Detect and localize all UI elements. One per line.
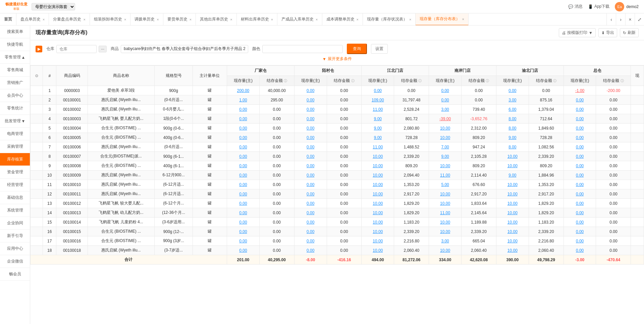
tab-fenpandian[interactable]: 分量盘点单历史 × [49,13,90,26]
sidebar-item-app-center[interactable]: 应用中心 [0,242,30,255]
cell-link[interactable]: 0.00 [239,201,247,206]
cell-link[interactable]: 7.00 [441,145,449,149]
cell-link[interactable]: 0.00 [576,107,584,112]
cell-link[interactable]: 10.00 [373,164,383,168]
sidebar-item-retail-mall[interactable]: 零售商城 [0,64,30,77]
print-btn[interactable]: 🖨 按模版打印 ▼ [559,28,596,37]
cell-link[interactable]: 0.00 [307,201,314,206]
close-icon[interactable]: × [462,17,464,21]
cell-link[interactable]: 10.00 [373,229,383,234]
cell-link[interactable]: 8.00 [508,145,516,149]
tab-home[interactable]: 首页 [0,13,16,26]
nav-next[interactable]: › [616,13,625,26]
sidebar-item-member[interactable]: 会员中心 [0,89,30,102]
cell-link[interactable]: 0.00 [307,229,314,234]
cell-link[interactable]: 11.00 [373,107,383,112]
close-icon[interactable]: × [230,17,232,21]
cell-link[interactable]: 9.00 [508,135,516,140]
cell-link[interactable]: 0.00 [307,88,314,93]
cell-link[interactable]: 0.00 [576,98,584,102]
cell-link[interactable]: 10.00 [507,239,518,243]
sidebar-item-nav[interactable]: 快捷导航 [0,38,30,51]
cell-link[interactable]: 0.00 [441,98,449,102]
cell-link[interactable]: 1.00 [239,98,247,102]
cell-link[interactable]: 10.00 [507,182,518,187]
sidebar-item-system[interactable]: 系统管理 [0,204,30,217]
tab-chancheng[interactable]: 产成品入库单历史 × [277,13,322,26]
cell-link[interactable]: 10.00 [507,248,518,253]
cell-link[interactable]: 3.00 [441,107,449,112]
cell-link[interactable]: 0.00 [576,239,584,243]
nav-close[interactable]: × [625,13,635,26]
sidebar-item-finance[interactable]: 资金管理 [0,166,30,179]
cell-link[interactable]: 10.00 [507,211,518,215]
cell-link[interactable]: 5.00 [441,182,449,187]
close-icon[interactable]: × [357,17,359,21]
cell-link[interactable]: 0.00 [239,154,247,159]
cell-link[interactable]: 0.00 [576,145,584,149]
cell-link[interactable]: 0.00 [307,154,314,159]
cell-link[interactable]: -39.00 [439,117,451,121]
cell-link[interactable]: 11.00 [440,211,450,215]
cell-link[interactable]: 10.00 [440,192,450,196]
tab-qitachuku[interactable]: 其他出库单历史 × [196,13,236,26]
cell-link[interactable]: 10.00 [507,220,518,225]
cell-link[interactable]: 109.00 [372,98,384,102]
sidebar-item-ecommerce[interactable]: 电商管理 [0,128,30,140]
sidebar-item-purchase[interactable]: 采购管理 [0,140,30,153]
cell-link[interactable]: 0.00 [239,145,247,149]
cell-link[interactable]: 10.00 [440,248,450,253]
cell-link[interactable]: 11.00 [440,173,450,178]
cell-link[interactable]: 0.00 [239,135,247,140]
cell-link[interactable]: 0.00 [307,145,314,149]
sidebar-item-retail-mgmt[interactable]: 零售管理 ▲ [0,51,30,64]
cell-link[interactable]: 0.00 [239,107,247,112]
sidebar-item-member2[interactable]: 畅会员 [0,268,30,281]
cell-link[interactable]: 11.00 [373,145,383,149]
cell-link[interactable]: 0.00 [441,88,449,93]
tab-yaohuo[interactable]: 要货单历史 × [163,13,196,26]
cell-link[interactable]: 0.00 [576,182,584,187]
cell-link[interactable]: 8.00 [508,117,516,121]
sidebar-item-search[interactable]: 搜索英单 [0,26,30,38]
cell-link[interactable]: 0.00 [307,98,314,102]
cell-link[interactable]: 10.00 [440,126,450,131]
cell-link[interactable]: 0.00 [576,192,584,196]
cell-link[interactable]: 10.00 [373,220,383,225]
cell-link[interactable]: 0.00 [239,117,247,121]
cell-link[interactable]: 6.00 [508,107,516,112]
tab-diaobo[interactable]: 调拨单历史 × [130,13,163,26]
cell-link[interactable]: 10.00 [373,173,383,178]
cell-link[interactable]: 10.00 [440,135,450,140]
cell-link[interactable]: 10.00 [440,164,450,168]
close-icon[interactable]: × [157,17,159,21]
tab-zuzhuan[interactable]: 组装拆卸单历史 × [90,13,130,26]
tab-pandian[interactable]: 盘点单历史 × [16,13,49,26]
cell-link[interactable]: 0.00 [239,248,247,253]
nav-prev[interactable]: ‹ [606,13,616,26]
cell-link[interactable]: 0.00 [239,220,247,225]
cell-link[interactable]: 10.00 [373,211,383,215]
cell-link[interactable]: 0.00 [576,164,584,168]
cell-link[interactable]: 10.00 [507,164,518,168]
expand-conditions[interactable]: ▼ 展开更多条件 [36,56,639,62]
close-icon[interactable]: × [190,17,192,21]
cell-link[interactable]: -1.00 [575,88,584,93]
cell-link[interactable]: 0.00 [576,135,584,140]
settings-btn[interactable]: 设置 [371,44,388,54]
cell-link[interactable]: 10.00 [440,220,450,225]
cell-link[interactable]: 0.00 [239,192,247,196]
cell-link[interactable]: 0.00 [239,182,247,187]
sidebar-item-wholesale[interactable]: 批发管理 ▼ [0,115,30,128]
cell-link[interactable]: 0.00 [239,173,247,178]
sidebar-item-operation[interactable]: 经营管理 [0,179,30,191]
close-icon[interactable]: × [43,17,45,21]
cell-link[interactable]: 0.00 [307,135,314,140]
cell-link[interactable]: 0.00 [576,154,584,159]
warehouse-ellipsis[interactable]: ··· [99,46,107,52]
sidebar-item-inventory[interactable]: 库存核算 [0,153,30,166]
cell-link[interactable]: 10.00 [373,239,383,243]
cell-link[interactable]: 0.00 [307,248,314,253]
cell-link[interactable]: 9.00 [508,173,516,178]
warehouse-input[interactable] [56,45,97,53]
